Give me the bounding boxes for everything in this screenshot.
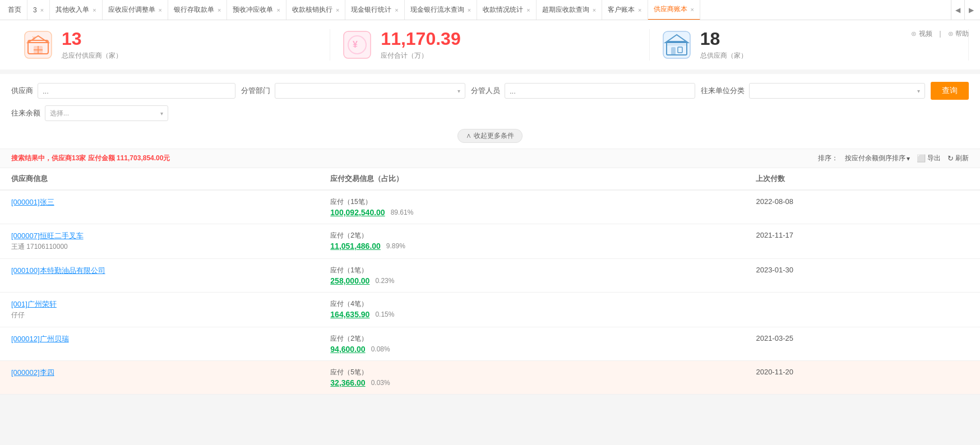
col-header-lastpay: 上次付数 — [756, 174, 969, 184]
table-header: 供应商信息 应付交易信息（占比） 上次付数 — [0, 168, 980, 191]
supplier-sub-1: 王通 17106110000 — [11, 242, 330, 252]
nav-arrow-left[interactable]: ◀ — [951, 0, 964, 20]
stat-payable-total: ¥ 11,170.39 应付合计（万） — [330, 29, 649, 61]
supplier-link-1[interactable]: [000007]恒旺二手叉车 — [11, 231, 330, 241]
transaction-cell-5: 应付（5笔） 32,366.00 0.03% — [330, 368, 756, 387]
nav-tab-other-income[interactable]: 其他收入单 × — [50, 0, 102, 20]
nav-scroll-arrows: ◀ ▶ — [951, 0, 978, 20]
nav-arrow-right[interactable]: ▶ — [964, 0, 978, 20]
col-header-transaction: 应付交易信息（占比） — [330, 174, 756, 184]
trans-count-0: 应付（15笔） — [330, 197, 756, 207]
nav-tab-overdue[interactable]: 超期应收款查询 × — [537, 0, 602, 20]
trans-pct-4: 0.08% — [371, 345, 390, 353]
supplier-link-2[interactable]: [000100]本特勤油品有限公司 — [11, 266, 330, 276]
table-row: [000100]本特勤油品有限公司 应付（1笔） 258,000.00 0.23… — [0, 259, 980, 293]
supplier-cell-4: [000012]广州贝瑞 — [11, 334, 330, 344]
nav-tab-cash-bank-stats[interactable]: 现金银行统计 × — [345, 0, 404, 20]
close-icon[interactable]: × — [468, 7, 471, 13]
refresh-icon: ↻ — [947, 154, 954, 163]
dept-dropdown[interactable]: ▾ — [275, 83, 465, 99]
table-row: [000001]张三 应付（15笔） 100,092,540.00 89.61%… — [0, 191, 980, 224]
separator: ｜ — [937, 29, 944, 39]
query-button[interactable]: 查询 — [931, 82, 969, 100]
supplier-label: 供应商 — [11, 86, 33, 96]
transaction-cell-1: 应付（2笔） 11,051,486.00 9.89% — [330, 231, 756, 251]
trans-amount-2[interactable]: 258,000.00 — [330, 276, 369, 285]
close-icon[interactable]: × — [40, 7, 44, 13]
nav-tab-bank[interactable]: 银行存取款单 × — [168, 0, 227, 20]
balance-dropdown[interactable]: 选择... ▾ — [45, 105, 168, 121]
unit-dropdown[interactable]: ▾ — [749, 83, 925, 99]
store-icon — [661, 29, 692, 61]
toolbar-actions: 排序： 按应付余额倒序排序 ▾ ⬜ 导出 ↻ 刷新 — [818, 154, 969, 163]
supplier-link-0[interactable]: [000001]张三 — [11, 197, 330, 207]
chevron-down-icon: ▾ — [917, 88, 920, 94]
trans-count-4: 应付（2笔） — [330, 334, 756, 344]
chevron-down-icon: ▾ — [160, 110, 163, 117]
close-icon[interactable]: × — [593, 7, 596, 13]
balance-label: 往来余额 — [11, 108, 40, 118]
person-field: 分管人员 — [471, 83, 695, 99]
money-icon: ¥ — [341, 29, 373, 61]
supplier-field: 供应商 — [11, 83, 235, 99]
nav-tab-home[interactable]: 首页 — [2, 0, 27, 20]
export-button[interactable]: ⬜ 导出 — [917, 154, 941, 163]
trans-amount-4[interactable]: 94,600.00 — [330, 345, 365, 354]
trans-pct-2: 0.23% — [375, 277, 394, 285]
supplier-link-4[interactable]: [000012]广州贝瑞 — [11, 334, 330, 344]
toolbar-row: 搜索结果中，供应商13家 应付金额 111,703,854.00元 排序： 按应… — [0, 149, 980, 168]
supplier-input[interactable] — [38, 83, 235, 99]
total-supplier-count: 18 — [700, 29, 747, 49]
stat-payable-suppliers: ¥ 13 总应付供应商（家） — [11, 29, 330, 61]
trans-amount-5[interactable]: 32,366.00 — [330, 378, 365, 387]
supplier-link-3[interactable]: [001]广州荣轩 — [11, 299, 330, 309]
trans-amount-1[interactable]: 11,051,486.00 — [330, 242, 381, 251]
export-icon: ⬜ — [917, 154, 926, 163]
trans-count-3: 应付（4笔） — [330, 299, 756, 309]
close-icon[interactable]: × — [159, 7, 162, 13]
unit-field: 往来单位分类 ▾ — [701, 83, 925, 99]
col-header-supplier: 供应商信息 — [11, 174, 330, 184]
close-icon[interactable]: × — [691, 6, 694, 13]
stats-header: ¥ 13 总应付供应商（家） ¥ 11,170.39 应付合计（万） — [0, 20, 980, 69]
nav-tab-prepaid[interactable]: 预收冲应收单 × — [227, 0, 286, 20]
nav-tab-cash-bank-flow[interactable]: 现金银行流水查询 × — [405, 0, 477, 20]
close-icon[interactable]: × — [526, 7, 530, 13]
nav-tab-customer-account[interactable]: 客户账本 × — [602, 0, 648, 20]
close-icon[interactable]: × — [93, 7, 96, 13]
person-input[interactable] — [505, 83, 695, 99]
help-link[interactable]: ⊙ 帮助 — [948, 29, 969, 39]
nav-tab-3[interactable]: 3 × — [27, 0, 50, 20]
unit-label: 往来单位分类 — [701, 86, 745, 96]
payable-label: 应付合计（万） — [381, 51, 460, 61]
lastpay-cell-2: 2023-01-30 — [756, 266, 969, 274]
refresh-button[interactable]: ↻ 刷新 — [947, 154, 969, 163]
collapse-button[interactable]: ∧ 收起更多条件 — [457, 129, 522, 143]
supplier-link-5[interactable]: [000002]李四 — [11, 368, 330, 378]
table-row: [001]广州荣轩 仔仔 应付（4笔） 164,635.90 0.15% — [0, 293, 980, 327]
balance-field: 往来余额 选择... ▾ — [11, 105, 168, 121]
close-icon[interactable]: × — [336, 7, 339, 13]
trans-count-5: 应付（5笔） — [330, 368, 756, 377]
nav-tab-collection[interactable]: 收款核销执行 × — [286, 0, 345, 20]
close-icon[interactable]: × — [638, 7, 641, 13]
nav-tab-adjustment[interactable]: 应收应付调整单 × — [103, 0, 168, 20]
close-icon[interactable]: × — [395, 7, 398, 13]
sort-dropdown[interactable]: 按应付余额倒序排序 ▾ — [845, 154, 910, 163]
top-navigation: 首页 3 × 其他收入单 × 应收应付调整单 × 银行存取款单 × 预收冲应收单… — [0, 0, 980, 20]
collapse-area: ∧ 收起更多条件 — [11, 127, 969, 143]
stat-total-info: 18 总供应商（家） — [700, 29, 747, 61]
last-pay-date-4: 2021-03-25 — [756, 334, 793, 342]
video-link[interactable]: ⊙ 视频 — [911, 29, 932, 39]
main-table: 供应商信息 应付交易信息（占比） 上次付数 [000001]张三 应付（15笔）… — [0, 168, 980, 395]
nav-tab-collection-stats[interactable]: 收款情况统计 × — [477, 0, 536, 20]
close-icon[interactable]: × — [218, 7, 221, 13]
close-icon[interactable]: × — [276, 7, 280, 13]
trans-pct-5: 0.03% — [371, 379, 390, 387]
chevron-down-icon: ▾ — [907, 155, 910, 163]
trans-amount-0[interactable]: 100,092,540.00 — [330, 208, 385, 217]
trans-amount-3[interactable]: 164,635.90 — [330, 310, 369, 319]
nav-tab-supplier-account[interactable]: 供应商账本 × — [648, 0, 700, 20]
lastpay-cell-5: 2020-11-20 — [756, 368, 969, 376]
supplier-cell-3: [001]广州荣轩 仔仔 — [11, 299, 330, 320]
